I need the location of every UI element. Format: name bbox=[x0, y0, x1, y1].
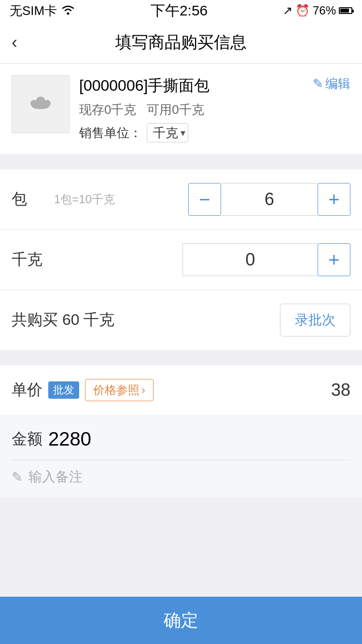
wifi-icon bbox=[61, 3, 75, 18]
note-placeholder: 输入备注 bbox=[28, 468, 83, 486]
status-bar: 无SIM卡 下午2:56 ↗ ⏰ 76% bbox=[0, 0, 362, 21]
page-title: 填写商品购买信息 bbox=[115, 31, 247, 54]
price-section: 单价 批发 价格参照 › 38 bbox=[0, 365, 362, 415]
kg-stepper: + bbox=[182, 243, 350, 276]
price-value: 38 bbox=[331, 380, 350, 400]
amount-row: 金额 2280 bbox=[12, 428, 350, 450]
bag-input-row: 包 1包=10千克 − + bbox=[0, 169, 362, 230]
product-unit-row: 销售单位： 千克 bbox=[79, 123, 350, 142]
status-time: 下午2:56 bbox=[151, 1, 208, 21]
kg-input[interactable] bbox=[182, 243, 318, 276]
bag-minus-button[interactable]: − bbox=[188, 183, 221, 216]
unit-select[interactable]: 千克 bbox=[147, 123, 188, 142]
battery-icon bbox=[339, 7, 352, 14]
product-name: [0000006]手撕面包 bbox=[79, 75, 209, 97]
kg-plus-button[interactable]: + bbox=[318, 243, 350, 276]
svg-point-0 bbox=[67, 12, 70, 14]
product-card: [0000006]手撕面包 ✎ 编辑 现存0千克 可用0千克 销售单位： 千克 bbox=[0, 64, 362, 154]
location-icon: ↗ bbox=[283, 4, 292, 17]
battery-label: 76% bbox=[313, 4, 336, 17]
bag-input[interactable] bbox=[221, 183, 318, 216]
amount-label: 金额 bbox=[12, 429, 42, 450]
amount-value: 2280 bbox=[48, 428, 91, 450]
edit-button[interactable]: ✎ 编辑 bbox=[313, 75, 350, 92]
divider-1 bbox=[0, 162, 362, 169]
svg-point-4 bbox=[32, 103, 49, 109]
alarm-icon: ⏰ bbox=[295, 4, 310, 17]
carrier-label: 无SIM卡 bbox=[10, 2, 57, 19]
status-right: ↗ ⏰ 76% bbox=[283, 4, 352, 17]
batch-button[interactable]: 录批次 bbox=[280, 304, 350, 336]
bag-stepper: − + bbox=[188, 183, 350, 216]
amount-section: 金额 2280 ✎ 输入备注 bbox=[0, 415, 362, 498]
divider-2 bbox=[0, 350, 362, 358]
back-button[interactable]: ‹ bbox=[12, 32, 17, 53]
note-icon: ✎ bbox=[12, 469, 23, 485]
note-row[interactable]: ✎ 输入备注 bbox=[12, 460, 350, 498]
product-info: [0000006]手撕面包 ✎ 编辑 现存0千克 可用0千克 销售单位： 千克 bbox=[79, 75, 350, 142]
price-row: 单价 批发 价格参照 › 38 bbox=[12, 379, 350, 401]
input-section: 包 1包=10千克 − + 千克 + bbox=[0, 169, 362, 290]
product-thumbnail bbox=[12, 75, 70, 133]
total-row: 共购买 60 千克 录批次 bbox=[0, 290, 362, 350]
bag-hint: 1包=10千克 bbox=[54, 192, 188, 207]
nav-bar: ‹ 填写商品购买信息 bbox=[0, 21, 362, 64]
kg-input-row: 千克 + bbox=[0, 230, 362, 290]
edit-icon: ✎ bbox=[313, 76, 323, 91]
confirm-button[interactable]: 确定 bbox=[0, 597, 362, 644]
unit-select-wrap[interactable]: 千克 bbox=[147, 123, 188, 142]
price-left: 单价 批发 价格参照 › bbox=[12, 379, 153, 401]
bag-label: 包 bbox=[12, 189, 50, 210]
product-stock: 现存0千克 可用0千克 bbox=[79, 101, 350, 118]
product-name-row: [0000006]手撕面包 ✎ 编辑 bbox=[79, 75, 350, 97]
price-ref-button[interactable]: 价格参照 › bbox=[85, 379, 153, 401]
kg-label: 千克 bbox=[12, 249, 50, 270]
total-text: 共购买 60 千克 bbox=[12, 309, 114, 331]
price-label: 单价 bbox=[12, 379, 42, 401]
status-left: 无SIM卡 bbox=[10, 2, 75, 19]
price-tag: 批发 bbox=[48, 381, 79, 399]
bag-plus-button[interactable]: + bbox=[318, 183, 350, 216]
